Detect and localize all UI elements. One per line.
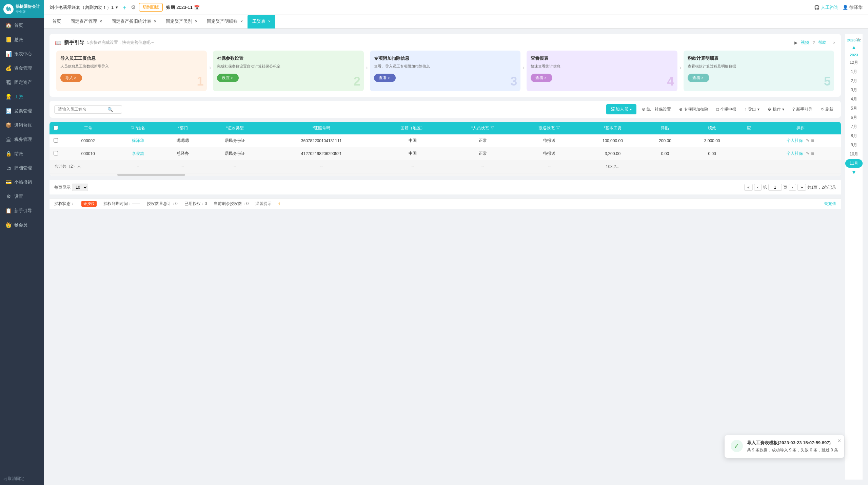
sidebar-item-invoices[interactable]: 🧾 发票管理 [0,104,44,118]
cal-month-1[interactable]: 1月 [845,68,863,76]
row-1-delete-icon[interactable]: 🗑 [811,138,815,143]
tab-asset-detail[interactable]: 固定资产明细账 × [202,15,248,29]
account-selector[interactable]: 刘小艳演示账套（勿删勿动！）1 ▾ [50,4,118,11]
row-1-edit-icon[interactable]: ✎ [806,138,809,143]
cal-month-3[interactable]: 3月 [845,86,863,94]
social-insurance-btn[interactable]: ⊙ 统一社保设置 [639,105,674,114]
sidebar-item-member[interactable]: 👑 畅会员 [0,218,44,232]
tab-depreciation[interactable]: 固定资产折旧统计表 × [107,15,161,29]
row-2-social-link[interactable]: 个人社保 [787,151,803,156]
cal-month-4[interactable]: 4月 [845,95,863,104]
tab-asset-detail-close-icon[interactable]: × [240,19,243,24]
recharge-link[interactable]: 去充值 [824,201,836,207]
sidebar-item-tax[interactable]: 🏛 税务管理 [0,132,44,147]
guide-step-4-btn[interactable]: 查看＞ [531,74,552,82]
row-2-delete-icon[interactable]: 🗑 [811,151,815,156]
tab-asset-category[interactable]: 固定资产类别 × [161,15,202,29]
unpin-sidebar[interactable]: ◁ 取消固定 [0,472,44,485]
row-2-checkbox[interactable] [54,151,58,155]
calendar-icon[interactable]: 📅 [194,5,200,10]
col-report-status[interactable]: 报送状态 ▽ [517,122,582,134]
tab-fixed-assets[interactable]: 固定资产管理 × [66,15,107,29]
settings-gear-icon[interactable]: ⚙ [131,4,136,11]
first-page-btn[interactable]: « [744,184,753,191]
sidebar-item-funds[interactable]: 💰 资金管理 [0,61,44,75]
user-profile[interactable]: 👤 徐泽华 [843,4,863,11]
sidebar-item-payroll[interactable]: 👷 工资 [0,90,44,104]
tab-payroll[interactable]: 工资表 × [248,15,275,29]
guide-step-2-btn[interactable]: 设置＞ [217,74,239,82]
app-logo: 畅 畅捷通好会计 专业版 [0,0,44,18]
sidebar-item-guide[interactable]: 📋 新手引导 [0,204,44,218]
add-person-button[interactable]: 添加人员 ▾ [606,104,636,114]
cal-month-5[interactable]: 5月 [845,104,863,113]
tab-fixed-assets-close-icon[interactable]: × [100,19,102,24]
guide-step-3-btn[interactable]: 查看＞ [374,74,396,82]
status-bar: 授权状态： 未授权 授权到期时间：—— 授权数量总计：0 已用授权：0 当前剩余… [50,199,841,209]
export-btn[interactable]: ↑ 导出 ▾ [742,105,762,114]
guide-close-icon[interactable]: × [833,40,835,45]
special-deduction-btn[interactable]: ⊕ 专项附加扣除 [676,105,711,114]
warning-icon[interactable]: ℹ [278,202,280,206]
sidebar-item-reports[interactable]: 📊 报表中心 [0,47,44,61]
calendar-panel-toggle[interactable]: ≫ [856,37,861,42]
cal-month-11[interactable]: 11月 [845,159,863,168]
switch-version-button[interactable]: 切到旧版 [139,3,163,12]
guide-subtitle: 5步快速完成设置，快去完善信息吧～ [87,40,155,45]
next-page-btn[interactable]: › [789,184,796,191]
toast-notification: × ✓ 导入工资表模板(2023-03-23 15:07:59.897) 共 9… [725,435,844,458]
refresh-btn[interactable]: ↺ 刷新 [818,105,836,114]
col-status[interactable]: *人员状态 ▽ [449,122,517,134]
operations-btn[interactable]: ⚙ 操作 ▾ [765,105,787,114]
toast-close-icon[interactable]: × [838,438,841,444]
row-2-status: 正常 [449,147,517,160]
sidebar-item-general-ledger[interactable]: 📒 总账 [0,33,44,47]
tab-depreciation-close-icon[interactable]: × [154,19,156,24]
video-link[interactable]: 视频 [801,40,809,45]
last-page-btn[interactable]: » [797,184,806,191]
row-1-checkbox[interactable] [54,138,58,143]
cal-month-6[interactable]: 6月 [845,113,863,122]
guide-step-5-btn[interactable]: 查看＞ [688,74,709,82]
deduction-label: 专项附加扣除 [684,107,708,112]
search-box[interactable]: 🔍 [54,105,122,114]
prev-page-btn[interactable]: ‹ [754,184,762,191]
tab-asset-category-close-icon[interactable]: × [195,19,197,24]
cal-month-9[interactable]: 9月 [845,141,863,149]
ai-consult-button[interactable]: 🎧 人工咨询 [814,4,839,11]
col-name[interactable]: ⇅ *姓名 [114,122,161,134]
sidebar-item-home[interactable]: 🏠 首页 [0,18,44,33]
sidebar-item-closing[interactable]: 🔒 结账 [0,147,44,161]
sidebar-item-settings[interactable]: ⚙ 设置 [0,189,44,204]
cal-up-btn[interactable]: ▲ [849,43,860,52]
tax-declaration-btn[interactable]: □ 个税申报 [714,105,739,114]
select-all-checkbox[interactable] [54,126,58,130]
cal-month-10[interactable]: 10月 [845,150,863,158]
row-1-name[interactable]: 徐泽华 [114,134,161,147]
sidebar-item-inventory[interactable]: 📦 进销台账 [0,118,44,132]
sidebar-item-fixed-assets[interactable]: 🏗 固定资产 [0,75,44,90]
cal-month-8[interactable]: 8月 [845,132,863,140]
page-number-input[interactable] [768,184,782,191]
search-input[interactable] [58,107,105,112]
cal-month-12[interactable]: 12月 [845,58,863,67]
cal-month-7[interactable]: 7月 [845,123,863,131]
tab-payroll-close-icon[interactable]: × [268,19,271,24]
help-link[interactable]: 帮助 [818,40,826,45]
row-1-social-link[interactable]: 个人社保 [787,138,803,143]
sidebar-item-expense[interactable]: 💳 小畅报销 [0,175,44,189]
row-2-id-type: 居民身份证 [204,147,266,160]
tab-home[interactable]: 首页 [47,15,66,29]
sidebar-item-archive[interactable]: 🗂 归档管理 [0,161,44,175]
add-account-icon[interactable]: ＋ [121,3,127,12]
cal-month-2[interactable]: 2月 [845,77,863,85]
cal-down-btn[interactable]: ▼ [849,168,860,176]
guide-step-1-btn[interactable]: 导入＞ [60,74,82,82]
period-label: 账期 [166,4,175,11]
row-2-edit-icon[interactable]: ✎ [806,151,809,156]
sidebar: 畅 畅捷通好会计 专业版 🏠 首页 📒 总账 📊 报表中心 💰 资金管理 🏗 固… [0,0,44,485]
horizontal-scrollbar[interactable] [50,173,841,176]
page-size-select[interactable]: 10 20 50 [72,184,88,191]
onboarding-btn[interactable]: ? 新手引导 [790,105,815,114]
row-2-name[interactable]: 李俊杰 [114,147,161,160]
